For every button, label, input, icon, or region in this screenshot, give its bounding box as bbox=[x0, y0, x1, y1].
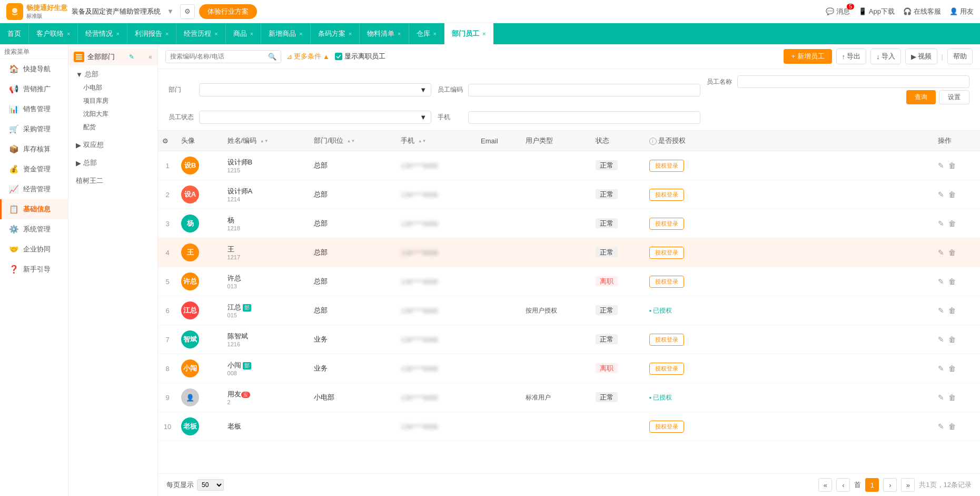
auth-btn[interactable]: 授权登录 bbox=[649, 276, 684, 288]
dept-collapse-btn[interactable]: « bbox=[149, 53, 152, 61]
delete-icon[interactable]: 🗑 bbox=[948, 248, 956, 257]
trial-btn[interactable]: 体验行业方案 bbox=[199, 4, 257, 19]
adv-dept-select[interactable]: ▼ bbox=[199, 83, 431, 96]
dept-group-zongbu-name[interactable]: ▶ 总部 bbox=[68, 156, 157, 170]
online-service-btn[interactable]: 🎧 在线客服 bbox=[903, 7, 941, 16]
first-page-btn[interactable]: « bbox=[818, 478, 832, 492]
per-page-select[interactable]: 50 20 100 bbox=[197, 479, 224, 491]
dept-edit-icon[interactable]: ✎ bbox=[129, 53, 134, 61]
sidebar-item-sales[interactable]: 📊 销售管理 bbox=[0, 99, 68, 119]
sidebar-item-finance[interactable]: 💰 资金管理 bbox=[0, 159, 68, 179]
tab-history-close[interactable]: × bbox=[214, 31, 217, 37]
delete-icon[interactable]: 🗑 bbox=[948, 306, 956, 315]
tab-customer-close[interactable]: × bbox=[67, 31, 70, 37]
edit-icon[interactable]: ✎ bbox=[938, 335, 944, 344]
delete-icon[interactable]: 🗑 bbox=[948, 219, 956, 228]
col-phone[interactable]: 手机 ▲▼ bbox=[397, 131, 477, 151]
app-download-btn[interactable]: 📱 App下载 bbox=[858, 7, 895, 16]
tab-customer[interactable]: 客户联络× bbox=[29, 23, 78, 44]
export-btn[interactable]: ↑ 导出 bbox=[836, 48, 867, 64]
message-btn[interactable]: 💬 消息 5 bbox=[826, 7, 850, 16]
adv-set-btn[interactable]: 设置 bbox=[939, 90, 969, 104]
tab-bom-close[interactable]: × bbox=[398, 31, 401, 37]
sidebar-search-input[interactable] bbox=[4, 48, 68, 55]
dept-child-project[interactable]: 项目库房 bbox=[68, 94, 157, 108]
filter-search-input[interactable] bbox=[170, 53, 266, 60]
auth-btn[interactable]: 授权登录 bbox=[649, 247, 684, 259]
next-page-btn[interactable]: › bbox=[883, 478, 897, 492]
edit-icon[interactable]: ✎ bbox=[938, 190, 944, 199]
col-dept[interactable]: 部门/职位 ▲▼ bbox=[310, 131, 397, 151]
sidebar-item-quick-nav[interactable]: 🏠 快捷导航 bbox=[0, 59, 68, 79]
last-page-btn[interactable]: » bbox=[901, 478, 915, 492]
tab-dept-staff[interactable]: 部门员工× bbox=[444, 23, 493, 44]
prev-page-btn[interactable]: ‹ bbox=[836, 478, 850, 492]
tab-history[interactable]: 经营历程× bbox=[176, 23, 225, 44]
more-filter-btn[interactable]: ⊿ 更多条件 ▲ bbox=[286, 52, 330, 61]
show-resigned-toggle[interactable]: 显示离职员工 bbox=[335, 52, 385, 61]
auth-btn[interactable]: 授权登录 bbox=[649, 421, 684, 433]
dept-child-shenyang[interactable]: 沈阳大库 bbox=[68, 108, 157, 121]
delete-icon[interactable]: 🗑 bbox=[948, 190, 956, 199]
edit-icon[interactable]: ✎ bbox=[938, 306, 944, 315]
edit-icon[interactable]: ✎ bbox=[938, 248, 944, 257]
dept-group-shuangying-name[interactable]: ▶ 双应想 bbox=[68, 138, 157, 152]
auth-btn[interactable]: 授权登录 bbox=[649, 363, 684, 375]
edit-icon[interactable]: ✎ bbox=[938, 219, 944, 228]
edit-icon[interactable]: ✎ bbox=[938, 422, 944, 431]
adv-empcode-input[interactable] bbox=[468, 84, 700, 96]
adv-empname-input[interactable] bbox=[737, 75, 969, 88]
col-name[interactable]: 姓名/编码 ▲▼ bbox=[223, 131, 310, 151]
tab-warehouse-close[interactable]: × bbox=[433, 31, 437, 37]
tab-add-goods-close[interactable]: × bbox=[299, 31, 302, 37]
settings-icon-btn[interactable]: ⚙ bbox=[180, 4, 195, 19]
sidebar-item-basic-info[interactable]: 📋 基础信息 bbox=[0, 199, 68, 219]
help-btn[interactable]: 帮助 bbox=[947, 48, 973, 64]
dept-child-small-elec[interactable]: 小电部 bbox=[68, 81, 157, 94]
sidebar-item-purchase[interactable]: 🛒 采购管理 bbox=[0, 119, 68, 139]
edit-icon[interactable]: ✎ bbox=[938, 364, 944, 373]
edit-icon[interactable]: ✎ bbox=[938, 393, 944, 402]
adv-phone-input[interactable] bbox=[468, 111, 700, 124]
add-employee-btn[interactable]: + 新增员工 bbox=[784, 49, 831, 64]
delete-icon[interactable]: 🗑 bbox=[948, 161, 956, 170]
sidebar-item-marketing[interactable]: 📢 营销推广 bbox=[0, 79, 68, 99]
delete-icon[interactable]: 🗑 bbox=[948, 364, 956, 373]
current-page-btn[interactable]: 1 bbox=[865, 478, 879, 492]
dept-group-head-name[interactable]: ▼ 总部 bbox=[68, 67, 157, 81]
auth-btn[interactable]: 授权登录 bbox=[649, 160, 684, 172]
delete-icon[interactable]: 🗑 bbox=[948, 277, 956, 286]
col-settings[interactable]: ⚙ bbox=[158, 131, 177, 151]
tab-dept-staff-close[interactable]: × bbox=[482, 31, 486, 37]
edit-icon[interactable]: ✎ bbox=[938, 277, 944, 286]
tab-barcode-close[interactable]: × bbox=[349, 31, 352, 37]
auth-btn[interactable]: 授权登录 bbox=[649, 189, 684, 201]
delete-icon[interactable]: 🗑 bbox=[948, 393, 956, 402]
tab-goods-close[interactable]: × bbox=[250, 31, 253, 37]
delete-icon[interactable]: 🗑 bbox=[948, 422, 956, 431]
user-area[interactable]: 👤 用友 bbox=[949, 7, 974, 16]
sidebar-item-system[interactable]: ⚙️ 系统管理 bbox=[0, 219, 68, 239]
tab-operations-close[interactable]: × bbox=[116, 31, 119, 37]
tab-warehouse[interactable]: 仓库× bbox=[409, 23, 444, 44]
adv-search-btn[interactable]: 查询 bbox=[906, 90, 936, 104]
delete-icon[interactable]: 🗑 bbox=[948, 335, 956, 344]
sidebar-item-cooperation[interactable]: 🤝 企业协同 bbox=[0, 239, 68, 259]
tab-goods[interactable]: 商品× bbox=[226, 23, 261, 44]
dept-child-distribution[interactable]: 配货 bbox=[68, 121, 157, 134]
sidebar-item-inventory[interactable]: 📦 库存核算 bbox=[0, 139, 68, 159]
tab-operations[interactable]: 经营情况× bbox=[78, 23, 127, 44]
tab-bom[interactable]: 物料清单× bbox=[360, 23, 409, 44]
import-btn[interactable]: ↓ 导入 bbox=[870, 48, 901, 64]
view-btn[interactable]: ▶ 视频 bbox=[905, 48, 937, 64]
dept-all-row[interactable]: 全部部门 ✎ « bbox=[68, 48, 157, 65]
tab-barcode[interactable]: 条码方案× bbox=[311, 23, 360, 44]
auth-btn[interactable]: 授权登录 bbox=[649, 334, 684, 346]
adv-status-select[interactable]: ▼ bbox=[199, 111, 431, 124]
auth-btn[interactable]: 授权登录 bbox=[649, 218, 684, 230]
edit-icon[interactable]: ✎ bbox=[938, 161, 944, 170]
sidebar-item-guide[interactable]: ❓ 新手引导 bbox=[0, 259, 68, 279]
sidebar-item-operations[interactable]: 📈 经营管理 bbox=[0, 179, 68, 199]
tab-profit[interactable]: 利润报告× bbox=[127, 23, 176, 44]
dept-group-zhishu-name[interactable]: 植树王二 bbox=[68, 174, 157, 188]
